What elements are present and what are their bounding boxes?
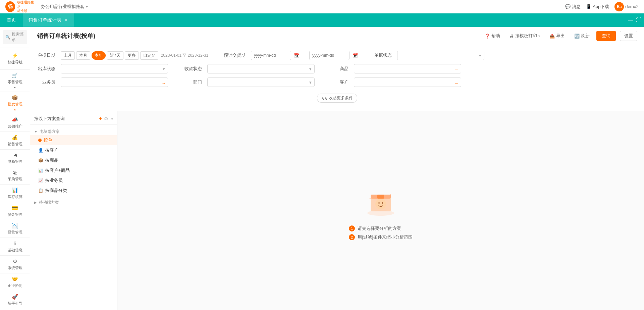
- collection-status-select[interactable]: ▾: [207, 64, 315, 73]
- search-menu-area[interactable]: 🔍 搜索菜单: [0, 27, 30, 48]
- guide-icon: 🚀: [12, 294, 18, 300]
- system-label: 系统管理: [8, 265, 22, 270]
- collapse-filter-btn[interactable]: ∧∧ 收起更多条件: [317, 94, 357, 103]
- goods-scheme-icon: 📦: [38, 158, 43, 163]
- add-scheme-btn[interactable]: +: [99, 116, 102, 122]
- sidebar-item-purchase[interactable]: 🛍 采购管理: [0, 167, 30, 184]
- salesperson-label: 业务员: [37, 79, 55, 85]
- expand-icon[interactable]: ▼: [34, 130, 38, 134]
- step-1-text: 请先选择要分析的方案: [358, 225, 401, 231]
- sidebar-item-system[interactable]: ⚙ 系统管理: [0, 256, 30, 273]
- mobile-section-header[interactable]: ▶ 移动端方案: [30, 198, 117, 206]
- goods-label: 商品: [330, 66, 348, 72]
- scheme-by-customer-goods[interactable]: 📊 按客户+商品: [30, 165, 117, 175]
- more-date-btn[interactable]: 更多: [125, 51, 139, 60]
- scheme-by-goods-category[interactable]: 📋 按商品分类: [30, 186, 117, 196]
- pc-section-label: 电脑端方案: [40, 129, 60, 135]
- status-select[interactable]: ▾: [397, 51, 484, 60]
- quick-nav-section: ⚡ 快捷导航: [0, 48, 30, 70]
- collapse-panel-btn[interactable]: «: [110, 116, 113, 121]
- sidebar-item-guide[interactable]: 🚀 新手引导: [0, 291, 30, 309]
- sidebar-item-wholesale[interactable]: 📦 批发管理 ▲: [0, 92, 30, 114]
- ship-status-select[interactable]: ▾: [61, 64, 168, 73]
- breadcrumb: 办公用品行业模拟账套 ▾: [41, 4, 88, 10]
- download-icon: 📱: [586, 4, 591, 9]
- expected-date-to[interactable]: [309, 51, 350, 60]
- avatar: Ea: [614, 2, 624, 11]
- help-button[interactable]: ❓ 帮助: [482, 32, 503, 40]
- this-month-btn[interactable]: 本月: [76, 51, 90, 60]
- tab-home[interactable]: 首页: [0, 13, 23, 27]
- sidebar-section-inventory: 📊 库存核算: [0, 185, 30, 202]
- tab-close-button[interactable]: ×: [63, 17, 69, 23]
- goods-input[interactable]: ...: [354, 64, 461, 73]
- last7-btn[interactable]: 近7天: [107, 51, 123, 60]
- this-year-btn[interactable]: 本年: [92, 51, 106, 60]
- salesperson-input[interactable]: ...: [61, 78, 168, 87]
- step-1-number: 1: [349, 225, 355, 231]
- scheme-by-customer[interactable]: 👤 按客户: [30, 145, 117, 155]
- sidebar-item-operation[interactable]: 📉 经营管理: [0, 220, 30, 238]
- quick-nav-item[interactable]: ⚡ 快捷导航: [0, 50, 30, 67]
- last-month-btn[interactable]: 上月: [61, 51, 75, 60]
- goods-control: ...: [354, 64, 461, 73]
- customer-more-icon[interactable]: ...: [455, 80, 458, 85]
- sidebar-section-guide: 🚀 新手引导: [0, 291, 30, 309]
- ship-status-control: ▾: [61, 64, 168, 73]
- salesperson-more-icon[interactable]: ...: [162, 80, 165, 85]
- sidebar-section-purchase: 🛍 采购管理: [0, 167, 30, 185]
- sidebar-item-inventory[interactable]: 📊 库存核算: [0, 185, 30, 202]
- quick-nav-label: 快捷导航: [8, 60, 22, 65]
- refresh-button[interactable]: 🔄 刷新: [572, 32, 592, 40]
- search-menu-box[interactable]: 🔍 搜索菜单: [3, 30, 27, 44]
- sidebar-item-sales[interactable]: 💰 销售管理: [0, 132, 30, 149]
- empty-step-1: 1 请先选择要分析的方案: [349, 225, 412, 231]
- minimize-button[interactable]: —: [628, 17, 633, 23]
- logo-icon: 畅: [5, 1, 15, 12]
- filter-row-2: 出库状态 ▾ 收款状态 ▾ 商品 ...: [37, 64, 637, 73]
- settings-scheme-btn[interactable]: ⚙: [104, 116, 108, 121]
- maximize-button[interactable]: ⛶: [636, 17, 641, 23]
- logo-area: 畅 畅捷通好生意 标准版: [5, 0, 36, 13]
- status-arrow-icon: ▾: [479, 53, 481, 58]
- calendar-from-icon[interactable]: 📅: [294, 53, 300, 58]
- filter-actions-row: ∧∧ 收起更多条件: [37, 91, 637, 105]
- export-button[interactable]: 📤 导出: [547, 32, 568, 40]
- query-button[interactable]: 查询: [596, 31, 616, 41]
- empty-state: ✦ ✦ 1 请先选择要分析的方案 2 用[过滤]条件来缩小分析范围: [349, 181, 412, 240]
- settings-button[interactable]: 设置: [620, 31, 637, 41]
- sidebar-item-retail[interactable]: 🛒 零售管理 ▲: [0, 70, 30, 92]
- sidebar-section-retail: 🛒 零售管理 ▲: [0, 70, 30, 92]
- status-control: ▾: [397, 51, 484, 60]
- print-button[interactable]: 🖨 按模板打印 ▾: [507, 32, 543, 40]
- basic-label: 基础信息: [8, 248, 22, 253]
- corp-label: 企业协同: [8, 283, 22, 288]
- scheme-by-order[interactable]: 按单: [30, 135, 117, 145]
- topbar: 畅 畅捷通好生意 标准版 办公用品行业模拟账套 ▾ 💬 消息 📱 App下载 E…: [0, 0, 644, 13]
- sidebar-item-finance[interactable]: 💳 资金管理: [0, 202, 30, 220]
- mobile-expand-icon[interactable]: ▶: [34, 201, 37, 204]
- department-select[interactable]: ▾: [207, 78, 315, 87]
- page-title: 销售订单统计表(按单): [37, 32, 95, 40]
- page-actions: ❓ 帮助 🖨 按模板打印 ▾ 📤 导出 🔄 刷新 查询 设置: [482, 31, 637, 41]
- calendar-to-icon[interactable]: 📅: [352, 53, 358, 58]
- user-menu[interactable]: Ea demo2: [614, 2, 639, 11]
- app-download-button[interactable]: 📱 App下载: [586, 4, 609, 10]
- breadcrumb-arrow-icon[interactable]: ▾: [86, 4, 88, 9]
- customer-input[interactable]: ...: [354, 78, 461, 87]
- sidebar-item-basic[interactable]: ℹ 基础信息: [0, 238, 30, 255]
- inventory-icon: 📊: [12, 187, 18, 193]
- scheme-by-goods[interactable]: 📦 按商品: [30, 155, 117, 165]
- expected-date-from[interactable]: [251, 51, 291, 60]
- sidebar-item-marketing[interactable]: 📣 营销推广: [0, 114, 30, 132]
- basic-icon: ℹ: [14, 241, 16, 247]
- sidebar-item-ecommerce[interactable]: 🖥 电商管理: [0, 150, 30, 167]
- scheme-by-salesperson[interactable]: 📈 按业务员: [30, 175, 117, 186]
- custom-date-btn[interactable]: 自定义: [140, 51, 158, 60]
- sidebar-item-corp[interactable]: 🤝 企业协同: [0, 273, 30, 291]
- goods-more-icon[interactable]: ...: [455, 66, 458, 71]
- tab-active[interactable]: 销售订单统计表 ×: [23, 13, 74, 27]
- message-button[interactable]: 💬 消息: [565, 4, 581, 10]
- filter-area: 单据日期 上月 本月 本年 近7天 更多 自定义 2023-01-01 至 20…: [30, 45, 644, 111]
- operation-label: 经营管理: [8, 230, 22, 235]
